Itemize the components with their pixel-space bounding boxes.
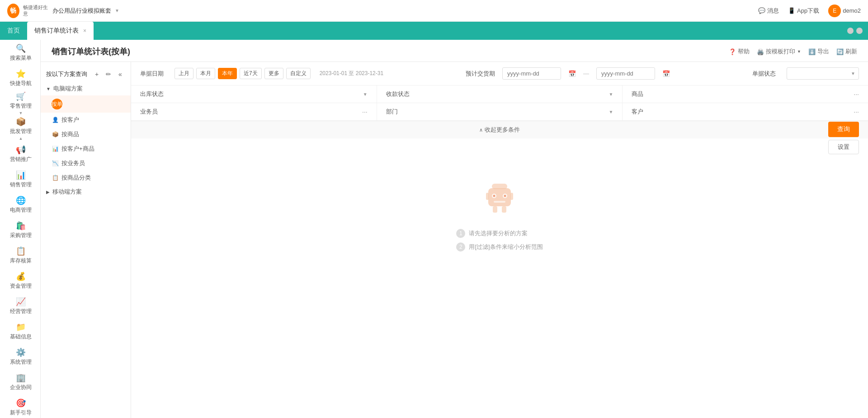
sidebar-item-inventory[interactable]: 📋 库存核算 bbox=[0, 242, 40, 268]
sidebar-item-basic[interactable]: 📁 基础信息 bbox=[0, 318, 40, 344]
sidebar-label-system: 系统管理 bbox=[10, 358, 32, 366]
sidebar-item-wholesale[interactable]: 📦 批发管理 ▲ bbox=[0, 116, 40, 141]
product-scheme-icon: 📦 bbox=[52, 131, 59, 138]
app-download-button[interactable]: 📱 App下载 bbox=[788, 7, 819, 15]
goods-input[interactable] bbox=[659, 91, 854, 98]
status-select-wrapper: ▼ bbox=[787, 67, 859, 80]
scheme-item-by-customer[interactable]: 👤 按客户 bbox=[41, 113, 131, 127]
sidebar-item-search[interactable]: 🔍 搜索菜单 bbox=[0, 40, 40, 65]
sidebar-item-quick[interactable]: ⭐ 快捷导航 bbox=[0, 65, 40, 90]
svg-rect-7 bbox=[486, 193, 489, 200]
payment-filter-cell: 收款状态 ▼ bbox=[377, 86, 623, 103]
sidebar-item-retail[interactable]: 🛒 零售管理 ▼ bbox=[0, 90, 40, 116]
svg-rect-6 bbox=[494, 201, 505, 203]
tab-sales-stats[interactable]: 销售订单统计表 × bbox=[27, 22, 94, 40]
sidebar-label-quick: 快捷导航 bbox=[10, 80, 32, 87]
help-button[interactable]: ❓ 帮助 bbox=[729, 48, 750, 56]
customer-more-icon[interactable]: ··· bbox=[854, 108, 859, 115]
user-menu[interactable]: E demo2 bbox=[828, 5, 861, 17]
collapse-filters-button[interactable]: ∧ 收起更多条件 bbox=[131, 121, 868, 138]
outbound-select[interactable] bbox=[168, 91, 363, 98]
sidebar-label-basic: 基础信息 bbox=[10, 333, 32, 341]
salesperson-label: 业务员 bbox=[140, 108, 163, 116]
customer-input-wrapper: ··· bbox=[659, 108, 859, 115]
filter-section-row2: 出库状态 ▼ 收款状态 ▼ bbox=[131, 86, 868, 103]
logo-icon: 畅 bbox=[7, 4, 19, 18]
sidebar-item-purchase[interactable]: 🛍️ 采购管理 bbox=[0, 217, 40, 242]
scheme-group-pc[interactable]: ▼ 电脑端方案 bbox=[41, 82, 131, 95]
date-btn-more[interactable]: 更多 bbox=[264, 68, 283, 79]
query-actions: 查询 设置 bbox=[828, 122, 859, 154]
customer-filter-cell: 客户 ··· bbox=[623, 103, 868, 120]
minimize-button[interactable] bbox=[847, 28, 854, 34]
sidebar-item-marketing[interactable]: 📢 营销推广 bbox=[0, 141, 40, 166]
customer-input[interactable] bbox=[659, 109, 854, 115]
dept-select[interactable] bbox=[413, 109, 609, 115]
customer-label: 客户 bbox=[632, 108, 654, 116]
sidebar-item-sales[interactable]: 📊 销售管理 bbox=[0, 166, 40, 192]
calendar-end-icon[interactable]: 📅 bbox=[662, 70, 670, 77]
edit-scheme-button[interactable]: ✏ bbox=[104, 69, 113, 79]
goods-more-icon[interactable]: ··· bbox=[854, 90, 859, 98]
date-btn-7days[interactable]: 近7天 bbox=[240, 68, 262, 79]
cart-icon: 🛒 bbox=[16, 91, 26, 101]
sidebar-item-finance[interactable]: 💰 资金管理 bbox=[0, 268, 40, 293]
svg-rect-8 bbox=[510, 193, 513, 200]
sidebar-label-wholesale: 批发管理 bbox=[10, 128, 32, 135]
box-icon: 📦 bbox=[16, 117, 26, 127]
scheme-item-by-cust-prod[interactable]: 📊 按客户+商品 bbox=[41, 142, 131, 156]
status-select[interactable] bbox=[787, 67, 859, 80]
sidebar-item-enterprise[interactable]: 🏢 企业协同 bbox=[0, 369, 40, 394]
chevron-down-icon: ▼ bbox=[115, 8, 119, 13]
salesperson-more-icon[interactable]: ··· bbox=[362, 108, 368, 115]
star-icon: ⭐ bbox=[16, 69, 26, 79]
maximize-button[interactable] bbox=[856, 28, 863, 34]
settings-button[interactable]: 设置 bbox=[828, 140, 859, 154]
refresh-button[interactable]: 🔄 刷新 bbox=[836, 48, 857, 56]
scheme-item-by-product[interactable]: 📦 按商品 bbox=[41, 127, 131, 142]
payment-select[interactable] bbox=[414, 91, 609, 98]
salesperson-input[interactable] bbox=[167, 109, 362, 115]
date-btn-last-month[interactable]: 上月 bbox=[175, 68, 193, 79]
sidebar-item-operation[interactable]: 📈 经营管理 bbox=[0, 293, 40, 318]
sidebar-item-system[interactable]: ⚙️ 系统管理 bbox=[0, 344, 40, 369]
sidebar-label-retail: 零售管理 bbox=[10, 102, 32, 110]
salesperson-scheme-icon: 📉 bbox=[52, 160, 59, 167]
date-btn-this-year[interactable]: 本年 bbox=[218, 68, 237, 79]
step-2-number: 2 bbox=[456, 242, 465, 252]
expected-date-end[interactable] bbox=[596, 67, 655, 80]
sidebar-item-ecommerce[interactable]: 🌐 电商管理 bbox=[0, 192, 40, 217]
sidebar-item-newbie[interactable]: 🎯 新手引导 bbox=[0, 394, 40, 418]
main-content: 销售订单统计表(按单) ❓ 帮助 🖨️ 按模板打印 ▼ ⬇️ 导出 🔄 刷新 bbox=[41, 40, 868, 418]
tab-home[interactable]: 首页 bbox=[0, 22, 27, 40]
sidebar-label-finance: 资金管理 bbox=[10, 282, 32, 290]
top-bar: 畅 畅捷通好生意 办公用品行业模拟账套 ▼ 💬 消息 📱 App下载 E dem… bbox=[0, 0, 868, 22]
svg-rect-1 bbox=[492, 184, 507, 189]
scheme-panel: 按以下方案查询 + ✏ « ▼ 电脑端方案 按单 👤 按客户 📦 bbox=[41, 62, 131, 418]
collapse-scheme-button[interactable]: « bbox=[115, 69, 125, 79]
query-button[interactable]: 查询 bbox=[828, 122, 859, 137]
goods-label: 商品 bbox=[632, 90, 654, 98]
date-divider: — bbox=[583, 70, 589, 77]
window-controls bbox=[847, 28, 868, 34]
dept-chevron-icon: ▼ bbox=[609, 109, 613, 114]
add-scheme-button[interactable]: + bbox=[92, 69, 102, 79]
export-button[interactable]: ⬇️ 导出 bbox=[808, 48, 829, 56]
scheme-item-by-salesperson[interactable]: 📉 按业务员 bbox=[41, 156, 131, 171]
calendar-start-icon[interactable]: 📅 bbox=[568, 70, 576, 77]
operation-icon: 📈 bbox=[16, 297, 26, 307]
scheme-group-mobile[interactable]: ▶ 移动端方案 bbox=[41, 185, 131, 199]
tab-close-icon[interactable]: × bbox=[83, 28, 86, 34]
message-button[interactable]: 💬 消息 bbox=[758, 7, 779, 15]
scheme-item-by-order[interactable]: 按单 bbox=[41, 95, 131, 113]
payment-label: 收款状态 bbox=[386, 90, 410, 98]
print-button[interactable]: 🖨️ 按模板打印 ▼ bbox=[757, 48, 801, 56]
scheme-item-by-category[interactable]: 📋 按商品分类 bbox=[41, 171, 131, 185]
sidebar: 🔍 搜索菜单 ⭐ 快捷导航 🛒 零售管理 ▼ 📦 批发管理 ▲ 📢 营销推广 📊… bbox=[0, 40, 41, 418]
enterprise-icon: 🏢 bbox=[16, 373, 26, 383]
date-btn-custom[interactable]: 自定义 bbox=[286, 68, 311, 79]
industry-selector[interactable]: 办公用品行业模拟账套 ▼ bbox=[52, 7, 758, 15]
expected-date-start[interactable] bbox=[502, 67, 561, 80]
page-title: 销售订单统计表(按单) bbox=[52, 46, 130, 57]
date-btn-this-month[interactable]: 本月 bbox=[196, 68, 215, 79]
